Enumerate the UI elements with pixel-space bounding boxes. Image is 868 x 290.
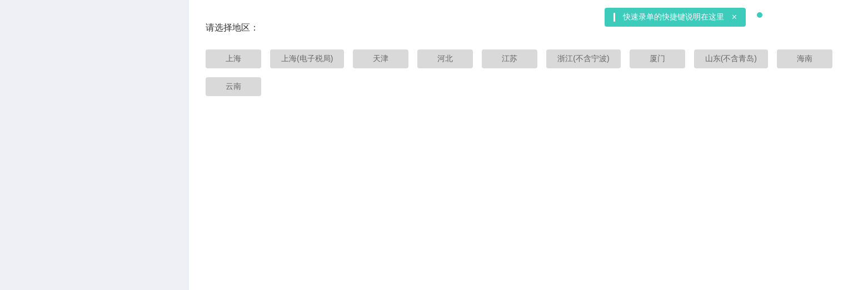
tooltip-banner: 快速录单的快捷键说明在这里 × xyxy=(605,8,746,27)
tooltip-close-button[interactable]: × xyxy=(732,12,737,22)
region-grid: 上海上海(电子税局)天津河北江苏浙江(不含宁波)厦门山东(不含青岛)海南云南 xyxy=(206,49,851,96)
region-btn-yunnan[interactable]: 云南 xyxy=(206,77,261,96)
tooltip-dot xyxy=(757,12,762,18)
region-btn-jiangsu[interactable]: 江苏 xyxy=(482,49,537,68)
region-btn-xiamen[interactable]: 厦门 xyxy=(630,49,685,68)
region-btn-hainan[interactable]: 海南 xyxy=(777,49,832,68)
region-btn-shanghai-etax[interactable]: 上海(电子税局) xyxy=(270,49,344,68)
region-btn-hebei[interactable]: 河北 xyxy=(417,49,473,68)
region-btn-zhejiang[interactable]: 浙江(不含宁波) xyxy=(546,49,620,68)
region-btn-shanghai[interactable]: 上海 xyxy=(206,49,261,68)
main-content: 请选择地区： 上海上海(电子税局)天津河北江苏浙江(不含宁波)厦门山东(不含青岛… xyxy=(189,0,868,290)
tooltip-text: 快速录单的快捷键说明在这里 xyxy=(623,12,724,22)
sidebar xyxy=(0,0,189,290)
region-btn-shandong[interactable]: 山东(不含青岛) xyxy=(694,49,768,68)
page-title: 请选择地区： xyxy=(206,22,851,34)
region-btn-tianjin[interactable]: 天津 xyxy=(353,49,408,68)
